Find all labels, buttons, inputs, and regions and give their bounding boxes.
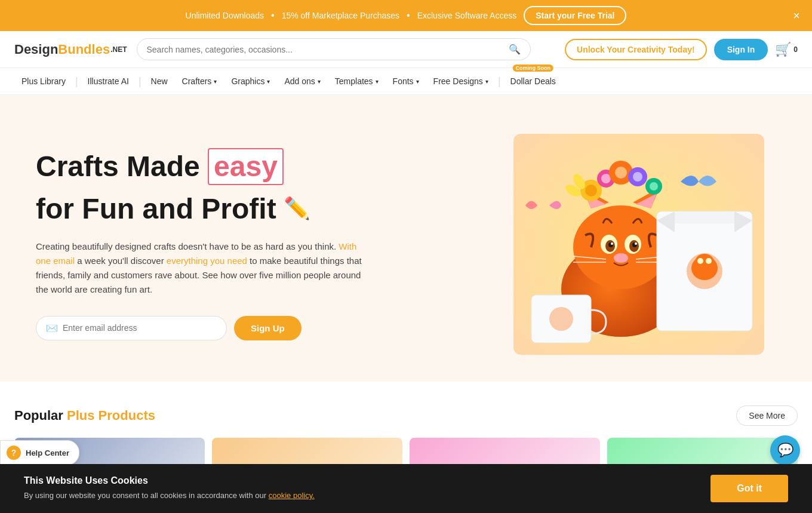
nav-item-plus-library[interactable]: Plus Library xyxy=(14,68,73,94)
free-trial-button[interactable]: Start your Free Trial xyxy=(524,6,626,25)
chevron-down-icon: ▾ xyxy=(267,78,270,85)
logo-bundles: Bundles xyxy=(58,42,110,57)
nav-label-crafters: Crafters xyxy=(182,76,212,86)
svg-point-29 xyxy=(650,182,658,191)
hero-subtitle-text: for Fun and Profit xyxy=(36,192,276,225)
nav-label-dollar-deals: Dollar Deals xyxy=(510,76,556,86)
nav-item-addons[interactable]: Add ons ▾ xyxy=(277,68,327,94)
banner-text3: Exclusive Software Access xyxy=(417,11,517,20)
pencil-icon: ✏️ xyxy=(284,196,310,221)
cookie-title: This Website Uses Cookies xyxy=(24,475,699,486)
popular-title: Popular Plus Products xyxy=(14,408,155,423)
banner-close-button[interactable]: × xyxy=(793,10,800,21)
logo-design: Design xyxy=(14,42,58,57)
email-signup-form: ✉️ Sign Up xyxy=(36,316,364,340)
nav-item-free-designs[interactable]: Free Designs ▾ xyxy=(426,68,496,94)
help-center-label: Help Center xyxy=(26,449,69,457)
chat-button[interactable]: 💬 xyxy=(770,435,800,465)
nav-item-graphics[interactable]: Graphics ▾ xyxy=(224,68,277,94)
signin-button[interactable]: Sign In xyxy=(714,39,768,60)
hero-content: Crafts Made easy for Fun and Profit ✏️ C… xyxy=(36,148,364,340)
unlock-creativity-button[interactable]: Unlock Your Creativity Today! xyxy=(565,39,707,60)
email-icon: ✉️ xyxy=(46,322,58,334)
nav-label-fonts: Fonts xyxy=(393,76,414,86)
nav-label-new: New xyxy=(151,76,168,86)
svg-point-25 xyxy=(615,167,627,179)
search-bar: 🔍 xyxy=(137,38,531,60)
popular-title-plus: Plus Products xyxy=(67,408,155,423)
hero-link-everything-you-need[interactable]: everything you need xyxy=(167,256,247,266)
search-input[interactable] xyxy=(147,45,504,54)
nav-item-templates[interactable]: Templates ▾ xyxy=(328,68,386,94)
nav-label-illustrate-ai: Illustrate AI xyxy=(88,76,129,86)
cookie-description: By using our website you consent to all … xyxy=(24,490,699,502)
svg-point-2 xyxy=(573,205,669,289)
nav-label-templates: Templates xyxy=(335,76,373,86)
cookie-desc-text: By using our website you consent to all … xyxy=(24,491,266,500)
hero-image-area xyxy=(502,131,776,358)
banner-dot1: • xyxy=(271,10,275,21)
search-button[interactable]: 🔍 xyxy=(509,44,521,55)
chevron-down-icon: ▾ xyxy=(416,78,419,85)
header: DesignBundles.NET 🔍 Unlock Your Creativi… xyxy=(0,31,812,68)
nav-item-fonts[interactable]: Fonts ▾ xyxy=(386,68,426,94)
hero-title-plain: Crafts Made xyxy=(36,150,208,182)
nav-label-graphics: Graphics xyxy=(231,76,264,86)
nav-separator-1: | xyxy=(73,75,81,88)
nav-label-free-designs: Free Designs xyxy=(433,76,483,86)
chevron-down-icon: ▾ xyxy=(318,78,321,85)
nav-item-dollar-deals[interactable]: Coming Soon Dollar Deals xyxy=(503,68,563,94)
nav-separator-3: | xyxy=(496,75,503,88)
help-center-widget[interactable]: ? Help Center xyxy=(0,440,79,465)
nav-item-crafters[interactable]: Crafters ▾ xyxy=(175,68,224,94)
email-input-wrap: ✉️ xyxy=(36,316,227,340)
cart-icon[interactable]: 🛒0 xyxy=(775,42,798,57)
hero-subtitle: for Fun and Profit ✏️ xyxy=(36,192,364,225)
signup-button[interactable]: Sign Up xyxy=(234,316,302,340)
svg-rect-35 xyxy=(675,211,734,223)
svg-point-42 xyxy=(549,307,573,331)
svg-point-40 xyxy=(706,258,712,264)
main-nav: Plus Library | Illustrate AI | New Craft… xyxy=(0,68,812,95)
hero-description: Creating beautifully designed crafts doe… xyxy=(36,239,364,297)
nav-separator-2: | xyxy=(136,75,144,88)
email-input[interactable] xyxy=(63,323,217,333)
header-actions: Unlock Your Creativity Today! Sign In 🛒0 xyxy=(565,39,798,60)
chat-icon: 💬 xyxy=(777,443,793,458)
cookie-text-wrap: This Website Uses Cookies By using our w… xyxy=(24,475,699,502)
nav-label-addons: Add ons xyxy=(284,76,315,86)
hero-title-easy: easy xyxy=(208,148,284,185)
logo-net: .NET xyxy=(110,45,127,54)
svg-point-27 xyxy=(633,172,642,182)
chevron-down-icon: ▾ xyxy=(485,78,488,85)
logo[interactable]: DesignBundles.NET xyxy=(14,42,127,57)
popular-header: Popular Plus Products See More xyxy=(14,406,798,426)
cart-badge: 0 xyxy=(793,45,798,54)
nav-item-illustrate-ai[interactable]: Illustrate AI xyxy=(81,68,136,94)
svg-point-10 xyxy=(635,242,637,245)
banner-dot2: • xyxy=(407,10,410,21)
hero-section: Crafts Made easy for Fun and Profit ✏️ C… xyxy=(0,95,812,382)
hero-title: Crafts Made easy xyxy=(36,148,364,185)
chevron-down-icon: ▾ xyxy=(214,78,217,85)
coming-soon-badge: Coming Soon xyxy=(512,64,553,72)
svg-point-21 xyxy=(585,185,597,196)
see-more-button[interactable]: See More xyxy=(736,406,798,426)
svg-point-9 xyxy=(611,242,613,245)
svg-point-11 xyxy=(614,253,628,263)
chevron-down-icon: ▾ xyxy=(376,78,379,85)
cookie-banner: This Website Uses Cookies By using our w… xyxy=(0,464,812,509)
nav-item-new[interactable]: New xyxy=(144,68,175,94)
help-icon: ? xyxy=(7,446,21,460)
banner-text2: 15% off Marketplace Purchases xyxy=(282,11,399,20)
top-banner: Unlimited Downloads • 15% off Marketplac… xyxy=(0,0,812,31)
got-it-button[interactable]: Got it xyxy=(710,475,788,502)
hero-image xyxy=(513,134,764,355)
cookie-policy-link[interactable]: cookie policy. xyxy=(269,491,315,500)
svg-point-39 xyxy=(697,258,703,264)
nav-label-plus-library: Plus Library xyxy=(21,76,66,86)
popular-title-plain: Popular xyxy=(14,408,63,423)
banner-text1: Unlimited Downloads xyxy=(186,11,264,20)
